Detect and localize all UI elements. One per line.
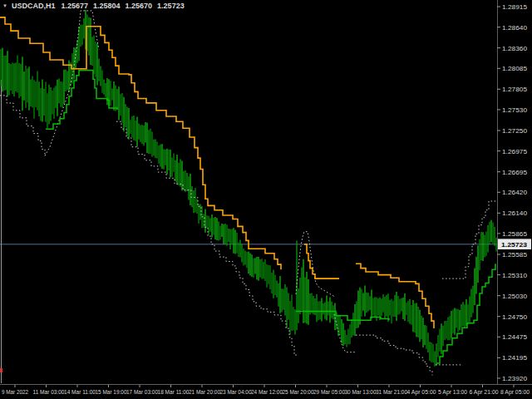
price-tick-label: 1.24195 xyxy=(502,354,528,362)
time-tick-label: 15 Mar 19:00 xyxy=(96,388,127,396)
time-tick-label: 29 Mar 05:00 xyxy=(313,388,345,396)
time-tick-label: 21 Mar 20:00 xyxy=(189,388,220,396)
time-tick-label: 4 Apr 05:00 xyxy=(407,388,436,396)
price-tick-label: 1.25865 xyxy=(502,230,528,238)
price-tick-label: 1.27805 xyxy=(502,86,528,93)
price-tick-label: 1.28640 xyxy=(502,24,528,32)
time-tick-label: 25 Mar 20:00 xyxy=(283,388,314,396)
chart-window[interactable]: 1.289151.286401.283601.280851.278051.275… xyxy=(0,0,532,399)
orange-resistance-line xyxy=(304,244,339,278)
green-channel-layer xyxy=(46,71,495,364)
dotted-channel-line xyxy=(436,365,462,366)
price-tick-label: 1.25310 xyxy=(502,272,528,279)
green-support-line xyxy=(46,71,117,130)
price-tick-label: 1.24475 xyxy=(502,333,528,341)
symbol-dropdown-icon: ▼ xyxy=(2,2,7,10)
dotted-channel-line xyxy=(356,335,432,375)
low-value: 1.25670 xyxy=(126,2,153,10)
close-value: 1.25723 xyxy=(157,2,185,10)
orange-channel-layer xyxy=(0,17,434,328)
time-tick-label: 31 Mar 21:00 xyxy=(376,388,407,396)
price-tick-label: 1.26140 xyxy=(502,209,528,217)
open-value: 1.25677 xyxy=(61,2,88,10)
time-tick-label: 14 Mar 11:00 xyxy=(64,388,96,396)
price-tick-label: 1.25585 xyxy=(502,251,528,259)
price-tick-label: 1.28360 xyxy=(502,45,528,52)
red-edge-marker xyxy=(0,368,2,372)
high-value: 1.25804 xyxy=(93,2,121,10)
time-tick-label: 8 Apr 05:00 xyxy=(500,388,530,396)
price-tick-label: 1.28085 xyxy=(502,65,528,72)
time-tick-label: 6 Apr 21:00 xyxy=(470,388,499,396)
price-tick-label: 1.26695 xyxy=(502,169,528,176)
time-tick-label: 24 Mar 12:00 xyxy=(251,388,283,396)
time-tick-label: 5 Apr 13:00 xyxy=(438,388,467,396)
price-tick-label: 1.25030 xyxy=(502,293,528,300)
price-tick-label: 1.26975 xyxy=(502,148,528,155)
orange-resistance-line xyxy=(0,17,281,269)
time-tick-label: 23 Mar 04:00 xyxy=(220,388,252,396)
price-chart-canvas[interactable]: 1.289151.286401.283601.280851.278051.275… xyxy=(0,0,532,399)
symbol-timeframe-label: USDCAD,H1 xyxy=(12,2,56,10)
time-axis[interactable]: 9 Mar 202211 Mar 03:0014 Mar 11:0015 Mar… xyxy=(2,385,530,396)
time-tick-label: 17 Mar 03:00 xyxy=(126,388,158,396)
dotted-channel-line xyxy=(116,121,296,357)
price-tick-label: 1.24750 xyxy=(502,313,528,321)
price-tick-label: 1.27250 xyxy=(502,127,528,135)
price-tick-label: 1.27530 xyxy=(502,106,528,114)
candles-layer xyxy=(1,10,496,367)
price-axis[interactable]: 1.289151.286401.283601.280851.278051.275… xyxy=(497,3,531,382)
chart-ohlc-header: ▼ USDCAD,H1 1.25677 1.25804 1.25670 1.25… xyxy=(2,2,190,10)
time-tick-label: 18 Mar 11:00 xyxy=(158,388,190,396)
price-tick-label: 1.28915 xyxy=(502,3,528,11)
time-tick-label: 30 Mar 13:00 xyxy=(345,388,377,396)
price-tick-label: 1.26420 xyxy=(502,189,528,196)
time-tick-label: 11 Mar 03:00 xyxy=(33,388,65,396)
time-tick-label: 9 Mar 2022 xyxy=(2,388,28,396)
price-tick-label: 1.23920 xyxy=(502,375,528,382)
current-price-label: 1.25723 xyxy=(501,241,528,249)
